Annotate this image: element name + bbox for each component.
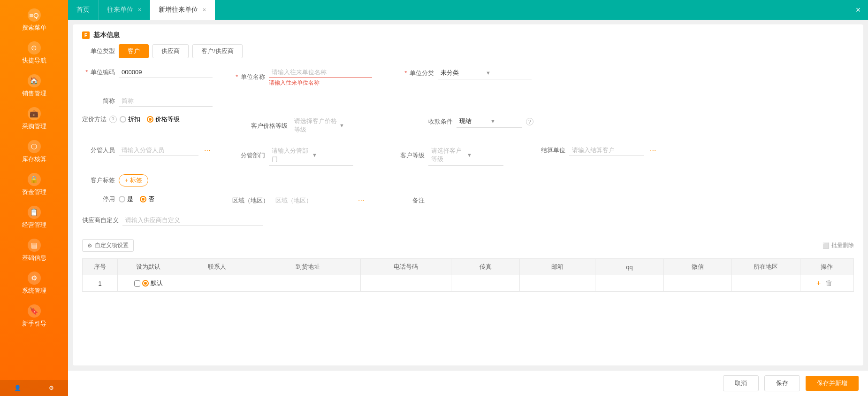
row-fax[interactable]	[451, 275, 519, 292]
fax-input[interactable]	[469, 280, 502, 287]
settlement-ellipsis[interactable]: ···	[648, 146, 658, 155]
tab-new-partner-label: 新增往来单位	[159, 6, 198, 14]
sidebar-item-label: 资金管理	[22, 188, 46, 196]
region-input[interactable]	[273, 195, 352, 206]
table-body: 1 默认	[83, 275, 854, 292]
manager-label: 分管人员	[82, 146, 115, 155]
region-input[interactable]	[749, 280, 782, 287]
sidebar-item-newbie[interactable]: 🔖 新手引导	[0, 300, 68, 333]
sidebar-item-search-menu[interactable]: ≡Q 搜索菜单	[0, 4, 68, 37]
inventory-icon: ⬡	[28, 140, 41, 153]
supplier-custom-input[interactable]	[122, 215, 263, 226]
manager-row: 分管人员 ··· 分管部门 请输入分管部门 ▼ 客户等级	[82, 145, 854, 166]
qq-input[interactable]	[613, 280, 646, 287]
row-default[interactable]: 默认	[118, 275, 179, 292]
phone-input[interactable]	[382, 280, 429, 287]
customer-price-level-select[interactable]: 请选择客户价格等级 ▼	[291, 115, 385, 136]
row-delete-button[interactable]: 🗑	[825, 279, 833, 287]
sidebar-user[interactable]: 👤	[14, 385, 21, 391]
tab-bar: 首页 往来单位 × 新增往来单位 × ×	[68, 0, 868, 20]
sidebar-item-label: 搜索菜单	[22, 23, 46, 32]
customer-level-chevron: ▼	[467, 152, 501, 158]
discount-radio-circle	[120, 116, 126, 123]
disabled-group: 停用 是 否	[82, 195, 232, 203]
row-phone[interactable]	[360, 275, 451, 292]
tab-home[interactable]: 首页	[68, 0, 99, 20]
search-menu-icon: ≡Q	[28, 8, 41, 22]
pricing-help-icon[interactable]: ?	[109, 116, 117, 123]
both-type-btn[interactable]: 客户/供应商	[192, 44, 243, 58]
default-radio[interactable]	[142, 280, 149, 287]
row-qq[interactable]	[595, 275, 663, 292]
sidebar-item-label: 快捷导航	[22, 56, 46, 65]
supplier-type-btn[interactable]: 供应商	[152, 44, 189, 58]
row-checkbox[interactable]	[134, 280, 140, 287]
tab-partners-close[interactable]: ×	[138, 7, 141, 13]
sidebar-item-inventory[interactable]: ⬡ 库存核算	[0, 135, 68, 168]
customer-level-select[interactable]: 请选择客户等级 ▼	[428, 145, 503, 166]
unit-code-input[interactable]	[119, 67, 213, 78]
contact-input[interactable]	[198, 280, 236, 287]
row-email[interactable]	[519, 275, 595, 292]
unit-code-name-row: * 单位编码 * 单位名称 请输入往来单位名称	[82, 67, 854, 87]
row-add-button[interactable]: +	[816, 279, 821, 287]
finance-icon: 🔒	[28, 173, 41, 186]
row-contact[interactable]	[179, 275, 255, 292]
wechat-input[interactable]	[681, 280, 714, 287]
tab-new-partner-close[interactable]: ×	[203, 7, 206, 13]
manager-input[interactable]	[119, 145, 198, 156]
customer-type-btn[interactable]: 客户	[119, 44, 149, 58]
sidebar-item-label: 基础信息	[22, 254, 46, 262]
section-header: F 基本信息	[73, 24, 863, 44]
sidebar-item-system-mgmt[interactable]: ⚙ 系统管理	[0, 267, 68, 300]
sidebar-item-quick-nav[interactable]: ⊙ 快捷导航	[0, 37, 68, 70]
cancel-button[interactable]: 取消	[723, 375, 759, 391]
payment-help-icon[interactable]: ?	[526, 118, 533, 125]
add-tag-button[interactable]: + 标签	[119, 174, 148, 186]
col-phone: 电话号码	[360, 259, 451, 275]
customer-price-level-group: 客户价格等级 请选择客户价格等级 ▼	[251, 115, 420, 136]
basic-info-icon: ▤	[28, 239, 41, 252]
batch-delete-button[interactable]: ⬜ 批量删除	[822, 241, 854, 249]
unit-code-label: * 单位编码	[82, 68, 115, 77]
unit-category-chevron: ▼	[486, 70, 529, 76]
main-area: 首页 往来单位 × 新增往来单位 × × F 基本信息 单位类型	[68, 0, 868, 396]
save-button[interactable]: 保存	[764, 375, 800, 391]
disabled-yes-radio[interactable]: 是	[119, 195, 133, 203]
email-input[interactable]	[539, 280, 576, 287]
manager-ellipsis[interactable]: ···	[202, 146, 212, 155]
table-controls: ⚙ 自定义项设置 ⬜ 批量删除	[82, 239, 854, 256]
section-title: 基本信息	[93, 31, 120, 39]
region-label: 区域（地区）	[232, 196, 269, 205]
unit-name-input[interactable]	[269, 67, 372, 78]
department-select[interactable]: 请输入分管部门 ▼	[269, 145, 353, 166]
payment-chevron: ▼	[490, 118, 519, 124]
row-wechat[interactable]	[663, 275, 731, 292]
sidebar-settings[interactable]: ⚙	[49, 385, 54, 391]
discount-radio[interactable]: 折扣	[120, 115, 140, 124]
window-close-button[interactable]: ×	[848, 0, 868, 20]
custom-setting-button[interactable]: ⚙ 自定义项设置	[82, 239, 134, 252]
sidebar-item-finance[interactable]: 🔒 资金管理	[0, 168, 68, 201]
row-address[interactable]	[255, 275, 360, 292]
price-level-radio[interactable]: 价格等级	[147, 115, 180, 124]
unit-category-select[interactable]: 未分类 ▼	[438, 67, 532, 79]
alias-input[interactable]	[119, 95, 213, 107]
payment-terms-select[interactable]: 现结 ▼	[457, 115, 522, 128]
tab-new-partner[interactable]: 新增往来单位 ×	[150, 0, 215, 20]
remarks-input[interactable]	[428, 195, 569, 206]
row-region[interactable]	[732, 275, 800, 292]
disabled-no-radio[interactable]: 否	[140, 195, 154, 203]
settings-icon: ⚙	[49, 385, 54, 391]
settlement-unit-input[interactable]	[569, 145, 644, 156]
col-index: 序号	[83, 259, 118, 275]
sidebar-item-purchase-mgmt[interactable]: 💼 采购管理	[0, 102, 68, 135]
address-input[interactable]	[280, 280, 336, 287]
tab-partners[interactable]: 往来单位 ×	[99, 0, 150, 20]
sidebar-item-operations[interactable]: 📋 经营管理	[0, 201, 68, 234]
region-ellipsis[interactable]: ···	[356, 196, 366, 205]
sidebar-item-basic-info[interactable]: ▤ 基础信息	[0, 234, 68, 267]
save-new-button[interactable]: 保存并新增	[806, 376, 859, 391]
sidebar-item-sales-mgmt[interactable]: 🏠 销售管理	[0, 70, 68, 102]
sidebar-item-label: 销售管理	[22, 89, 46, 98]
